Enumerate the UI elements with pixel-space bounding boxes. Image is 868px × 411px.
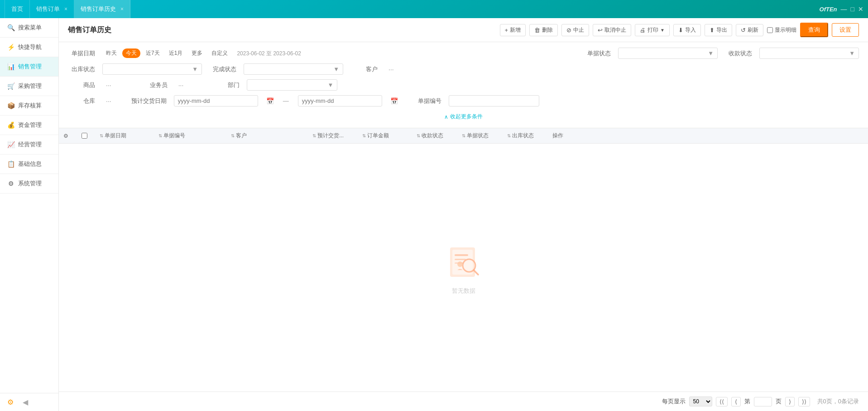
calendar-end-icon[interactable]: 📅 <box>390 97 398 105</box>
cancel-stop-label: 取消中止 <box>604 26 626 34</box>
top-bar: 首页 销售订单 × 销售订单历史 × OfTEn — □ ✕ <box>0 0 868 18</box>
page-number-input[interactable]: 1 <box>754 397 772 406</box>
product-label: 商品 <box>68 81 95 89</box>
tab-sales-order-close[interactable]: × <box>64 6 67 12</box>
prev-page-btn[interactable]: ⟨ <box>731 397 741 406</box>
salesperson-picker-btn[interactable]: ··· <box>175 80 187 91</box>
complete-status-select[interactable]: ▼ <box>244 63 343 75</box>
sidebar-item-system[interactable]: ⚙ 系统管理 <box>0 174 58 193</box>
out-status-label: 出库状态 <box>68 65 95 73</box>
sidebar-item-purchase[interactable]: 🛒 采购管理 <box>0 77 58 96</box>
window-maximize[interactable]: □ <box>851 5 854 13</box>
th-doc-num[interactable]: ⇅ 单据编号 <box>154 132 226 140</box>
th-doc-num-label: 单据编号 <box>163 132 185 140</box>
sidebar: 🔍 搜索菜单 ⚡ 快捷导航 📊 销售管理 🛒 采购管理 📦 库存核算 💰 资金管… <box>0 18 59 411</box>
display-detail-checkbox[interactable] <box>767 27 773 33</box>
export-button[interactable]: ⬆ 导出 <box>705 24 732 36</box>
sidebar-item-system-label: 系统管理 <box>18 179 42 188</box>
sidebar-collapse-icon[interactable]: ◀ <box>23 398 28 406</box>
th-doc-date-label: 单据日期 <box>105 132 126 140</box>
calendar-start-icon[interactable]: 📅 <box>266 97 274 105</box>
date-tab-today[interactable]: 今天 <box>122 48 140 58</box>
sidebar-item-search[interactable]: 🔍 搜索菜单 <box>0 18 58 38</box>
first-page-btn[interactable]: ⟨⟨ <box>716 397 728 406</box>
th-delivery[interactable]: ⇅ 预计交货... <box>308 132 358 140</box>
doc-status-arrow: ▼ <box>708 50 714 57</box>
print-icon: 🖨 <box>640 27 646 34</box>
sidebar-item-finance[interactable]: 💰 资金管理 <box>0 116 58 135</box>
th-doc-status[interactable]: ⇅ 单据状态 <box>457 132 503 140</box>
customer-label: 客户 <box>350 65 378 73</box>
window-minimize[interactable]: — <box>841 5 847 13</box>
sidebar-item-sales[interactable]: 📊 销售管理 <box>0 57 58 77</box>
doc-status-select[interactable]: ▼ <box>618 48 718 59</box>
display-detail-option[interactable]: 显示明细 <box>767 26 796 34</box>
top-right-area: OfTEn — □ ✕ <box>820 5 863 13</box>
sidebar-item-basic-info[interactable]: 📋 基础信息 <box>0 155 58 174</box>
last-page-btn[interactable]: ⟩⟩ <box>798 397 810 406</box>
per-page-label: 每页显示 <box>662 397 686 406</box>
date-tab-yesterday[interactable]: 昨天 <box>102 48 120 58</box>
sidebar-item-operations[interactable]: 📈 经营管理 <box>0 135 58 155</box>
table-footer: 每页显示 50 100 200 ⟨⟨ ⟨ 第 1 页 ⟩ ⟩⟩ 共0页，0条记录 <box>59 392 868 411</box>
th-gear[interactable]: ⚙ <box>59 133 77 139</box>
stop-icon: ⊘ <box>566 27 571 34</box>
th-receipt-status-label: 收款状态 <box>422 132 443 140</box>
per-page-select[interactable]: 50 100 200 <box>689 396 712 406</box>
empty-illustration <box>441 241 486 281</box>
add-button[interactable]: + 新增 <box>500 24 526 36</box>
th-checkbox[interactable] <box>77 133 95 139</box>
th-delivery-label: 预计交货... <box>317 132 344 140</box>
total-records-text: 共0页，0条记录 <box>817 397 859 406</box>
setting-button[interactable]: 设置 <box>832 23 859 37</box>
th-receipt-status[interactable]: ⇅ 收款状态 <box>412 132 457 140</box>
sidebar-item-inventory[interactable]: 📦 库存核算 <box>0 96 58 116</box>
sort-icon-7: ⇅ <box>462 133 465 138</box>
collapse-label: 收起更多条件 <box>450 113 483 121</box>
tab-sales-order-history-close[interactable]: × <box>120 6 124 12</box>
sidebar-settings-icon[interactable]: ⚙ <box>7 398 14 406</box>
date-tab-custom[interactable]: 自定义 <box>208 48 231 58</box>
delivery-date-end-input[interactable] <box>298 95 382 106</box>
brand-text: OfTEn <box>820 6 837 13</box>
tab-home[interactable]: 首页 <box>5 0 30 18</box>
filter-row-2: 出库状态 ▼ 完成状态 ▼ 客户 ··· <box>68 63 859 75</box>
warehouse-picker-btn[interactable]: ··· <box>102 96 115 106</box>
cancel-stop-button[interactable]: ↩ 取消中止 <box>593 24 631 36</box>
date-tab-1month[interactable]: 近1月 <box>165 48 187 58</box>
customer-picker-btn[interactable]: ··· <box>385 64 398 75</box>
refresh-button[interactable]: ↺ 刷新 <box>736 24 763 36</box>
print-label: 打印 <box>647 26 658 34</box>
th-doc-date[interactable]: ⇅ 单据日期 <box>95 132 154 140</box>
sidebar-item-operations-label: 经营管理 <box>18 140 42 149</box>
delete-button[interactable]: 🗑 删除 <box>529 24 558 36</box>
th-customer[interactable]: ⇅ 客户 <box>226 132 308 140</box>
th-action: 操作 <box>548 132 868 140</box>
receipt-status-select[interactable]: ▼ <box>759 48 859 59</box>
dept-select[interactable]: ▼ <box>247 79 337 91</box>
th-out-status[interactable]: ⇅ 出库状态 <box>503 132 548 140</box>
tab-sales-order-history[interactable]: 销售订单历史 × <box>74 0 130 18</box>
date-filter-label: 单据日期 <box>68 49 95 58</box>
collapse-conditions-btn[interactable]: ∧ 收起更多条件 <box>68 111 859 122</box>
select-all-checkbox[interactable] <box>82 133 87 139</box>
sidebar-item-quicknav[interactable]: ⚡ 快捷导航 <box>0 38 58 57</box>
date-tab-more[interactable]: 更多 <box>188 48 206 58</box>
stop-button[interactable]: ⊘ 中止 <box>561 24 589 36</box>
product-picker-btn[interactable]: ··· <box>102 80 115 91</box>
date-tab-7days[interactable]: 近7天 <box>142 48 163 58</box>
next-page-btn[interactable]: ⟩ <box>785 397 795 406</box>
th-amount[interactable]: ⇅ 订单金额 <box>358 132 412 140</box>
sort-icon-6: ⇅ <box>417 133 420 138</box>
out-status-select[interactable]: ▼ <box>102 63 202 75</box>
docnum-input[interactable] <box>449 95 539 106</box>
query-button[interactable]: 查询 <box>800 23 828 37</box>
gear-icon[interactable]: ⚙ <box>63 133 68 139</box>
import-button[interactable]: ⬇ 导入 <box>673 24 701 36</box>
import-label: 导入 <box>685 26 696 34</box>
svg-rect-2 <box>455 254 468 256</box>
print-button[interactable]: 🖨 打印 ▼ <box>635 24 670 36</box>
delivery-date-start-input[interactable] <box>174 95 258 106</box>
tab-sales-order[interactable]: 销售订单 × <box>30 0 74 18</box>
window-close[interactable]: ✕ <box>858 5 863 13</box>
